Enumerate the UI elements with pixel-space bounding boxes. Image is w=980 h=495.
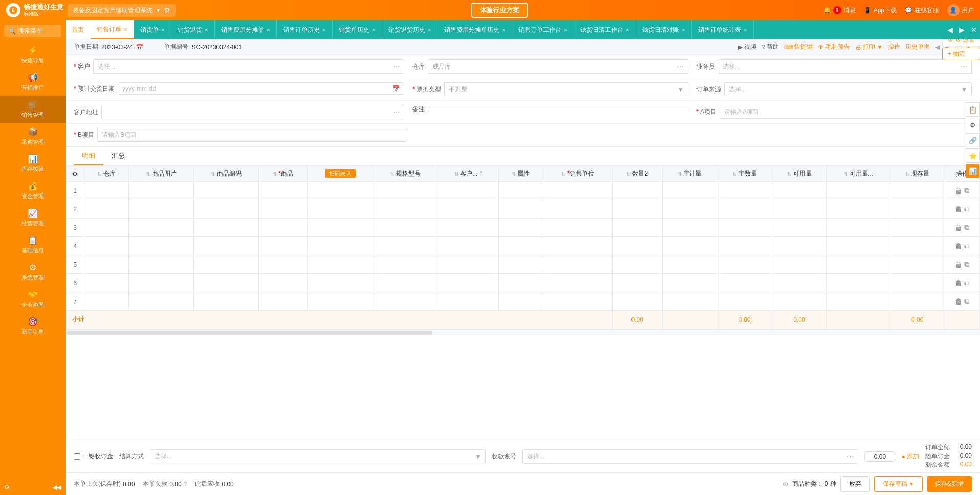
sort-icon[interactable]: ⇅	[626, 171, 630, 177]
sort-icon[interactable]: ⇅	[561, 171, 565, 177]
row-warehouse-4[interactable]	[84, 237, 129, 255]
collapse-sidebar-icon[interactable]: ◀◀	[52, 484, 61, 491]
row-qty2-4[interactable]	[612, 237, 662, 255]
row-code-5[interactable]	[194, 255, 259, 274]
delete-row-3-icon[interactable]: 🗑	[955, 224, 962, 232]
project-b-input[interactable]: 请输入B项目	[97, 128, 407, 142]
row-mainqty-1[interactable]	[717, 182, 772, 200]
row-warehouse-7[interactable]	[84, 292, 129, 311]
row-name-1[interactable]	[259, 182, 308, 200]
discard-btn[interactable]: 放弃	[840, 476, 870, 492]
row-code-6[interactable]	[194, 274, 259, 292]
print-dropdown-icon[interactable]: ▼	[877, 44, 883, 51]
row-spec-2[interactable]	[373, 200, 438, 219]
customer-more-icon[interactable]: ···	[393, 62, 400, 71]
row-attr-7[interactable]	[498, 292, 543, 311]
tab-order-stats[interactable]: 销售订单统计表 ✕	[692, 20, 754, 39]
remark-input[interactable]	[428, 107, 688, 112]
row-code-1[interactable]	[194, 182, 259, 200]
sort-icon[interactable]: ⇅	[146, 171, 150, 177]
row-unit-1[interactable]	[543, 182, 612, 200]
row-unit-5[interactable]	[543, 255, 612, 274]
tab-summary[interactable]: 汇总	[103, 147, 133, 165]
tab-close-icon[interactable]: ✕	[502, 27, 506, 33]
user-item[interactable]: 👤 用户	[947, 4, 974, 16]
settings-icon[interactable]: ⚙	[164, 6, 170, 14]
row-code-2[interactable]	[194, 200, 259, 219]
delivery-input[interactable]: yyyy-mm-dd 📅	[118, 82, 404, 95]
profit-btn[interactable]: 👁 毛利预告	[818, 42, 850, 51]
help-col-icon[interactable]: ?	[479, 171, 482, 177]
row-qty2-1[interactable]	[612, 182, 662, 200]
tab-close-icon[interactable]: ✕	[266, 27, 270, 33]
tab-more-icon[interactable]: ✕	[968, 26, 980, 34]
row-warehouse-5[interactable]	[84, 255, 129, 274]
sort-icon[interactable]: ⇅	[211, 171, 215, 177]
sidebar-item-sales[interactable]: 🛒 销售管理	[0, 96, 66, 123]
row-mainunit-5[interactable]	[662, 255, 717, 274]
row-attr-5[interactable]	[498, 255, 543, 274]
save-draft-btn[interactable]: 保存草稿 ▼	[874, 476, 923, 492]
row-mainunit-2[interactable]	[662, 200, 717, 219]
tab-close-icon[interactable]: ✕	[563, 27, 568, 33]
row-attr-3[interactable]	[498, 219, 543, 237]
tab-cash-reconcile[interactable]: 钱货日清对账 ✕	[636, 20, 692, 39]
row-name-6[interactable]	[259, 274, 308, 292]
copy-row-2-icon[interactable]: ⧉	[964, 205, 969, 213]
row-spec-4[interactable]	[373, 237, 438, 255]
sidebar-item-enterprise[interactable]: 🤝 企业协同	[0, 286, 66, 313]
row-custcode-1[interactable]	[438, 182, 499, 200]
invoice-dropdown-icon[interactable]: ▼	[678, 86, 684, 93]
tab-close-icon[interactable]: ✕	[743, 27, 747, 33]
sidebar-item-system[interactable]: ⚙ 系统管理	[0, 259, 66, 286]
row-attr-6[interactable]	[498, 274, 543, 292]
sort-icon[interactable]: ⇅	[97, 171, 101, 177]
right-panel-icon-4[interactable]: ⭐	[966, 148, 980, 163]
row-mainqty-6[interactable]	[717, 274, 772, 292]
salesperson-input[interactable]: 选择... ···	[718, 59, 972, 74]
row-warehouse-3[interactable]	[84, 219, 129, 237]
shortcut-btn[interactable]: ⌨ 快捷键	[784, 42, 813, 51]
sidebar-item-purchase[interactable]: 📦 采购管理	[0, 123, 66, 150]
delete-row-2-icon[interactable]: 🗑	[955, 205, 962, 213]
date-picker-icon[interactable]: 📅	[136, 44, 143, 51]
tab-order-workbench[interactable]: 销售订单工作台 ✕	[512, 20, 574, 39]
tab-close-icon[interactable]: ✕	[681, 27, 685, 33]
gear-col-icon[interactable]: ⚙	[72, 170, 78, 178]
delete-row-7-icon[interactable]: 🗑	[955, 297, 962, 306]
col-gear[interactable]: ⚙	[66, 166, 84, 182]
row-name-7[interactable]	[259, 292, 308, 311]
tab-home[interactable]: 首页	[66, 20, 91, 39]
tab-cash-workbench[interactable]: 钱货日清工作台 ✕	[574, 20, 636, 39]
row-unit-7[interactable]	[543, 292, 612, 311]
history-btn[interactable]: 历史单据	[905, 42, 930, 51]
row-mainunit-7[interactable]	[662, 292, 717, 311]
row-unit-6[interactable]	[543, 274, 612, 292]
sidebar-item-inventory[interactable]: 📊 库存核算	[0, 150, 66, 177]
warehouse-more-icon[interactable]: ···	[677, 62, 683, 71]
row-mainunit-1[interactable]	[662, 182, 717, 200]
row-custcode-2[interactable]	[438, 200, 499, 219]
delete-row-5-icon[interactable]: 🗑	[955, 261, 962, 269]
tab-sales-return[interactable]: 销货退货 ✕	[171, 20, 215, 39]
order-source-select[interactable]: 选择... ▼	[724, 82, 972, 96]
sort-icon[interactable]: ⇅	[678, 171, 682, 177]
sort-icon[interactable]: ⇅	[787, 171, 791, 177]
sidebar-item-finance[interactable]: 💰 资金管理	[0, 177, 66, 204]
sort-icon[interactable]: ⇅	[844, 171, 848, 177]
row-unit-3[interactable]	[543, 219, 612, 237]
sort-icon[interactable]: ⇅	[454, 171, 459, 177]
one-click-checkbox-input[interactable]	[74, 453, 80, 460]
add-payment-btn[interactable]: ● 添加	[901, 452, 919, 461]
row-name-4[interactable]	[259, 237, 308, 255]
sort-icon[interactable]: ⇅	[732, 171, 736, 177]
tab-close-icon[interactable]: ✕	[625, 27, 629, 33]
row-custcode-6[interactable]	[438, 274, 499, 292]
print-btn[interactable]: 🖨 打印 ▼	[855, 42, 883, 51]
right-panel-icon-3[interactable]: 🔗	[966, 133, 980, 147]
scan-btn[interactable]: 扫码录入	[325, 169, 356, 178]
sort-icon[interactable]: ⇅	[390, 171, 394, 177]
row-spec-6[interactable]	[373, 274, 438, 292]
row-spec-7[interactable]	[373, 292, 438, 311]
help-btn[interactable]: ? 帮助	[761, 42, 779, 51]
